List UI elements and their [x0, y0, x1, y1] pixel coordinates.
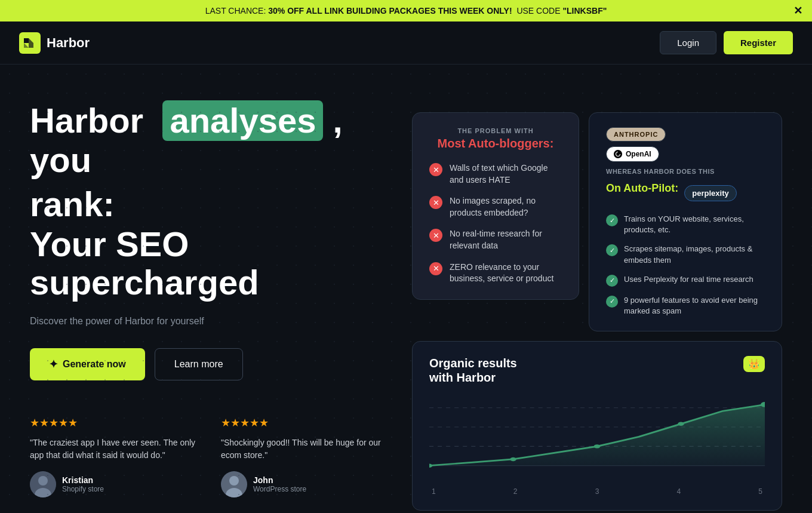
chart-svg	[429, 401, 765, 485]
chart-labels: 1 2 3 4 5	[429, 485, 765, 496]
reviewer-name-1: Kristian	[62, 475, 104, 485]
solution-item-1: ✓ Trains on YOUR website, services, prod…	[606, 214, 765, 235]
chart-label-3: 3	[595, 487, 599, 496]
hero-line2: rank:	[30, 185, 388, 223]
chart-label-4: 4	[676, 487, 681, 496]
crown-badge: 👑	[743, 356, 765, 372]
banner-prefix: LAST CHANCE:	[205, 6, 266, 16]
solution-item-4: ✓ 9 powerful features to avoid ever bein…	[606, 295, 765, 317]
reviewer-store-2: WordPress store	[253, 485, 306, 493]
chart-label-5: 5	[758, 487, 762, 496]
x-icon-1: ✕	[429, 163, 442, 176]
check-icon-4: ✓	[606, 296, 618, 308]
learn-more-button[interactable]: Learn more	[155, 348, 243, 380]
avatar-1	[30, 471, 56, 497]
register-button[interactable]: Register	[724, 31, 793, 54]
perplexity-logo: perplexity	[684, 185, 736, 201]
solution-item-2: ✓ Scrapes sitemap, images, products & em…	[606, 244, 765, 265]
reviewer-name-2: John	[253, 475, 306, 485]
solution-card: ANTHROPIC OpenAI WHEREAS HARBOR DOES THI…	[589, 112, 782, 331]
hero-right: THE PROBLEM WITH Most Auto-bloggers: ✕ W…	[412, 100, 782, 511]
solution-text-2: Scrapes sitemap, images, products & embe…	[624, 244, 765, 265]
avatar-image-2	[221, 471, 247, 497]
banner-code: "LINKSBF"	[562, 6, 607, 16]
hero-line3: Your SEO supercharged	[30, 225, 388, 302]
reviewer-2: John WordPress store	[221, 471, 388, 497]
problem-text-2: No images scraped, no products embedded?	[450, 195, 562, 219]
anthropic-logo: ANTHROPIC	[606, 127, 666, 142]
review-text-1: "The craziest app I have ever seen. The …	[30, 437, 197, 462]
stars-2: ★★★★★	[221, 416, 388, 429]
problem-card: THE PROBLEM WITH Most Auto-bloggers: ✕ W…	[412, 112, 579, 300]
x-icon-2: ✕	[429, 196, 442, 209]
card-row-top: THE PROBLEM WITH Most Auto-bloggers: ✕ W…	[412, 112, 782, 331]
close-banner-button[interactable]: ✕	[793, 5, 802, 16]
x-icon-4: ✕	[429, 262, 442, 275]
whereas-text: WHEREAS HARBOR DOES THIS	[606, 168, 715, 175]
top-banner: LAST CHANCE: 30% OFF ALL LINK BUILDING P…	[0, 0, 812, 21]
header-actions: Login Register	[660, 31, 793, 54]
review-card-1: ★★★★★ "The craziest app I have ever seen…	[30, 416, 197, 497]
solution-text-3: Uses Perplexity for real time research	[624, 274, 753, 285]
chart-label-2: 2	[513, 487, 518, 496]
openai-logo: OpenAI	[606, 146, 659, 162]
problem-item-1: ✕ Walls of text which Google and users H…	[429, 162, 562, 186]
problem-item-3: ✕ No real-time research for relevant dat…	[429, 228, 562, 251]
generate-now-button[interactable]: ✦ Generate now	[30, 348, 145, 380]
svg-point-15	[678, 422, 684, 426]
openai-icon	[614, 150, 622, 158]
hero-left: Harbor analyses , you rank: Your SEO sup…	[30, 100, 388, 511]
svg-point-13	[510, 457, 516, 461]
organic-card: Organic resultswith Harbor 👑	[412, 341, 782, 511]
autopilot-text: On Auto-Pilot:	[606, 182, 678, 195]
svg-point-14	[594, 444, 601, 448]
banner-main: 30% OFF ALL LINK BUILDING PACKAGES THIS …	[268, 6, 512, 16]
solution-text-4: 9 powerful features to avoid ever being …	[624, 295, 765, 317]
check-icon-3: ✓	[606, 275, 618, 287]
reviewer-store-1: Shopify store	[62, 485, 104, 493]
review-card-2: ★★★★★ "Shockingly good!! This will be hu…	[221, 416, 388, 497]
problem-title: Most Auto-bloggers:	[429, 137, 562, 150]
logo-icon	[19, 32, 41, 54]
reviewer-1: Kristian Shopify store	[30, 471, 197, 497]
hero-description: Discover the power of Harbor for yoursel…	[30, 316, 388, 327]
generate-label: Generate now	[63, 359, 126, 370]
reviewer-info-2: John WordPress store	[253, 475, 306, 493]
problem-text-3: No real-time research for relevant data	[450, 228, 562, 251]
solution-logos: ANTHROPIC	[606, 127, 765, 142]
svg-point-12	[429, 464, 432, 468]
problem-item-4: ✕ ZERO relevance to your business, servi…	[429, 262, 562, 285]
sparkle-icon: ✦	[49, 358, 58, 371]
login-button[interactable]: Login	[660, 31, 716, 54]
logo: Harbor	[19, 32, 90, 54]
reviews-section: ★★★★★ "The craziest app I have ever seen…	[30, 416, 388, 497]
organic-title: Organic resultswith Harbor	[429, 356, 517, 385]
problem-subtitle: THE PROBLEM WITH	[429, 127, 562, 134]
banner-text: LAST CHANCE: 30% OFF ALL LINK BUILDING P…	[205, 6, 607, 16]
hero-line1-prefix: Harbor	[30, 101, 143, 140]
check-icon-1: ✓	[606, 214, 618, 226]
header: Harbor Login Register	[0, 21, 812, 64]
review-text-2: "Shockingly good!! This will be huge for…	[221, 437, 388, 462]
right-stack: THE PROBLEM WITH Most Auto-bloggers: ✕ W…	[412, 112, 782, 511]
chart-label-1: 1	[432, 487, 436, 496]
solution-item-3: ✓ Uses Perplexity for real time research	[606, 274, 765, 287]
hero-buttons: ✦ Generate now Learn more	[30, 348, 388, 380]
svg-point-2	[38, 476, 48, 486]
banner-suffix: USE CODE	[516, 6, 560, 16]
problem-text-1: Walls of text which Google and users HAT…	[450, 162, 562, 186]
stars-1: ★★★★★	[30, 416, 197, 429]
x-icon-3: ✕	[429, 229, 442, 242]
reviewer-info-1: Kristian Shopify store	[62, 475, 104, 493]
svg-point-5	[229, 476, 239, 486]
problem-item-2: ✕ No images scraped, no products embedde…	[429, 195, 562, 219]
solution-text-1: Trains on YOUR website, services, produc…	[624, 214, 765, 235]
hero-heading: Harbor analyses , you	[30, 100, 388, 179]
check-icon-2: ✓	[606, 244, 618, 256]
avatar-image-1	[30, 471, 56, 497]
main-content: Harbor analyses , you rank: Your SEO sup…	[0, 64, 812, 513]
problem-text-4: ZERO relevance to your business, service…	[450, 262, 562, 285]
openai-label: OpenAI	[626, 150, 651, 158]
hero-line1-highlight: analyses	[162, 100, 323, 141]
logo-text: Harbor	[47, 35, 90, 51]
